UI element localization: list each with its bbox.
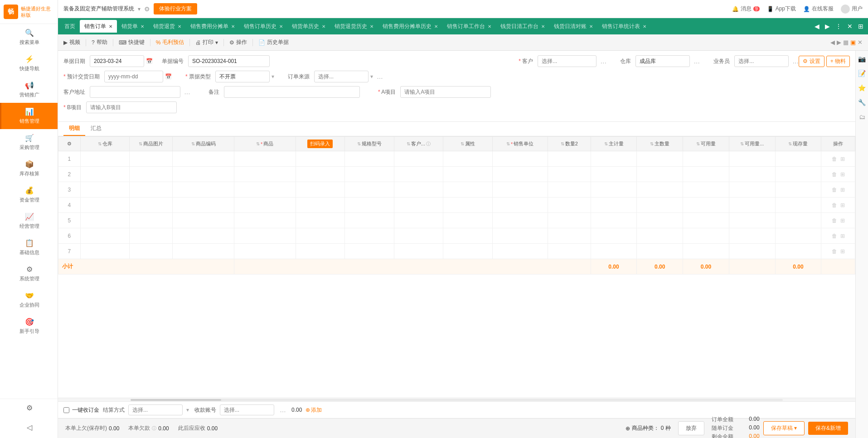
toolbar-print[interactable]: 🖨 打印 ▾ bbox=[195, 39, 218, 46]
toolbar-orange-view[interactable]: ▣ bbox=[850, 39, 856, 46]
tab-item-2[interactable]: 销货单✕ bbox=[117, 20, 149, 33]
scan-btn[interactable]: 扫码录入 bbox=[307, 140, 333, 148]
toolbar-close[interactable]: ✕ bbox=[858, 39, 863, 46]
solution-btn[interactable]: 体验行业方案 bbox=[154, 3, 197, 14]
payment-dropdown[interactable]: ▾ bbox=[186, 407, 189, 413]
delivery-calendar-icon[interactable]: 📅 bbox=[165, 73, 172, 80]
toolbar-history[interactable]: 📄 历史单据 bbox=[258, 39, 289, 46]
row-qty2-2[interactable] bbox=[548, 167, 591, 182]
row-cust-code-2[interactable] bbox=[394, 167, 443, 182]
row-unit-5[interactable] bbox=[492, 213, 548, 228]
row-product-7[interactable] bbox=[234, 244, 296, 259]
note-input[interactable] bbox=[224, 86, 360, 98]
row-main-unit-3[interactable] bbox=[591, 182, 637, 197]
toolbar-margin[interactable]: % 毛利预估 bbox=[156, 39, 184, 46]
delivery-date-input[interactable] bbox=[104, 71, 163, 82]
app-download-item[interactable]: 📱 App下载 bbox=[767, 5, 796, 13]
row-attr-2[interactable] bbox=[443, 167, 493, 182]
row-attr-4[interactable] bbox=[443, 197, 493, 213]
row-copy-1[interactable]: ⊞ bbox=[840, 156, 845, 162]
row-attr-3[interactable] bbox=[443, 182, 493, 197]
tab-item-3[interactable]: 销货退货✕ bbox=[149, 20, 186, 33]
row-main-qty-6[interactable] bbox=[637, 228, 683, 244]
row-cust-code-5[interactable] bbox=[394, 213, 443, 228]
save-new-btn[interactable]: 保存&新增 bbox=[808, 422, 848, 435]
tab-close-11[interactable]: ✕ bbox=[589, 24, 593, 29]
bank-more-btn[interactable]: … bbox=[280, 406, 286, 414]
staff-more-btn[interactable]: … bbox=[792, 58, 799, 65]
tab-close-7[interactable]: ✕ bbox=[370, 24, 373, 29]
invoice-type-input[interactable] bbox=[215, 71, 270, 82]
tab-close-5[interactable]: ✕ bbox=[279, 24, 283, 29]
row-qty2-5[interactable] bbox=[548, 213, 591, 228]
row-spec-5[interactable] bbox=[345, 213, 394, 228]
row-delete-3[interactable]: 🗑 bbox=[832, 187, 837, 193]
bank-account-input[interactable] bbox=[220, 404, 274, 415]
row-qty2-1[interactable] bbox=[548, 151, 591, 167]
tab-item-4[interactable]: 销售费用分摊单✕ bbox=[186, 20, 239, 33]
calendar-icon[interactable]: 📅 bbox=[146, 58, 153, 64]
add-item-btn[interactable]: + 物料 bbox=[826, 56, 850, 67]
row-delete-2[interactable]: 🗑 bbox=[832, 171, 837, 178]
row-main-unit-1[interactable] bbox=[591, 151, 637, 167]
settings-btn[interactable]: ⚙ 设置 bbox=[799, 56, 824, 67]
tab-close-all-btn[interactable]: ✕ bbox=[844, 22, 855, 31]
row-copy-7[interactable]: ⊞ bbox=[840, 248, 845, 255]
tab-item-12[interactable]: 销售订单统计表✕ bbox=[597, 20, 651, 33]
row-product-1[interactable] bbox=[234, 151, 296, 167]
row-delete-1[interactable]: 🗑 bbox=[832, 156, 837, 162]
customer-addr-input[interactable] bbox=[90, 86, 180, 98]
sidebar-collapse[interactable]: ◁ bbox=[0, 419, 58, 438]
row-delete-5[interactable]: 🗑 bbox=[832, 217, 837, 224]
save-draft-btn[interactable]: 保存草稿 ▾ bbox=[763, 421, 805, 435]
row-code-7[interactable] bbox=[173, 244, 234, 259]
sidebar-item-9[interactable]: ⚙系统管理 bbox=[0, 260, 58, 287]
customer-more-btn[interactable]: … bbox=[600, 58, 606, 65]
online-service-item[interactable]: 👤 在线客服 bbox=[803, 5, 834, 13]
row-qty2-6[interactable] bbox=[548, 228, 591, 244]
sidebar-item-8[interactable]: 📋基础信息 bbox=[0, 234, 58, 260]
row-warehouse-6[interactable] bbox=[80, 228, 130, 244]
row-warehouse-2[interactable] bbox=[80, 167, 130, 182]
right-icon-database[interactable]: 🗂 bbox=[858, 112, 867, 121]
tab-item-1[interactable]: 销售订单✕ bbox=[80, 20, 117, 33]
tab-close-1[interactable]: ✕ bbox=[109, 24, 112, 29]
row-unit-3[interactable] bbox=[492, 182, 548, 197]
th-settings[interactable]: ⚙ bbox=[58, 137, 81, 151]
row-delete-7[interactable]: 🗑 bbox=[832, 248, 837, 255]
tab-item-6[interactable]: 销货单历史✕ bbox=[287, 20, 330, 33]
row-product-6[interactable] bbox=[234, 228, 296, 244]
scroll-track[interactable] bbox=[131, 399, 783, 401]
row-spec-7[interactable] bbox=[345, 244, 394, 259]
row-warehouse-3[interactable] bbox=[80, 182, 130, 197]
row-warehouse-4[interactable] bbox=[80, 197, 130, 213]
row-main-qty-5[interactable] bbox=[637, 213, 683, 228]
row-main-unit-7[interactable] bbox=[591, 244, 637, 259]
sidebar-item-0[interactable]: 🔍搜索菜单 bbox=[0, 24, 58, 50]
tab-close-6[interactable]: ✕ bbox=[322, 24, 325, 29]
row-qty2-3[interactable] bbox=[548, 182, 591, 197]
order-source-input[interactable] bbox=[314, 71, 369, 82]
row-unit-1[interactable] bbox=[492, 151, 548, 167]
row-attr-5[interactable] bbox=[443, 213, 493, 228]
row-code-1[interactable] bbox=[173, 151, 234, 167]
a-project-input[interactable] bbox=[400, 86, 491, 98]
row-unit-7[interactable] bbox=[492, 244, 548, 259]
sidebar-item-4[interactable]: 🛒采购管理 bbox=[0, 129, 58, 155]
dropdown-arrow[interactable]: ▾ bbox=[138, 6, 141, 12]
row-delete-6[interactable]: 🗑 bbox=[832, 233, 837, 239]
row-main-qty-7[interactable] bbox=[637, 244, 683, 259]
row-copy-6[interactable]: ⊞ bbox=[840, 233, 845, 239]
tab-close-10[interactable]: ✕ bbox=[541, 24, 545, 29]
toolbar-help[interactable]: ? 帮助 bbox=[92, 39, 107, 46]
date-input[interactable] bbox=[90, 55, 144, 67]
row-code-2[interactable] bbox=[173, 167, 234, 182]
tab-item-11[interactable]: 钱货日清对账✕ bbox=[549, 20, 597, 33]
invoice-dropdown[interactable]: ▾ bbox=[272, 73, 274, 80]
row-main-unit-6[interactable] bbox=[591, 228, 637, 244]
one-click-checkbox[interactable] bbox=[63, 407, 69, 413]
sidebar-item-1[interactable]: ⚡快捷导航 bbox=[0, 50, 58, 77]
row-main-unit-2[interactable] bbox=[591, 167, 637, 182]
row-unit-4[interactable] bbox=[492, 197, 548, 213]
tab-close-8[interactable]: ✕ bbox=[434, 24, 438, 29]
